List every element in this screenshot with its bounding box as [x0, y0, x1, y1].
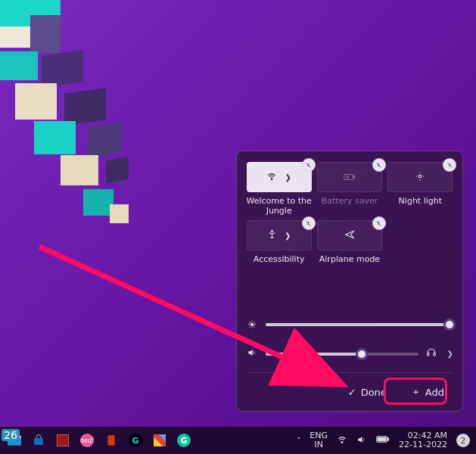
tray-date: 22-11-2022 [399, 440, 447, 449]
volume-slider[interactable] [266, 353, 418, 356]
unpin-icon[interactable] [372, 158, 386, 172]
taskbar-mail[interactable]: 26 [6, 432, 23, 449]
tray-language[interactable]: ENG IN [310, 431, 328, 449]
unpin-icon[interactable] [372, 216, 386, 230]
unpin-icon[interactable] [302, 216, 316, 230]
add-button[interactable]: ＋ Add [402, 381, 453, 403]
tile-wifi-label: Welcome to the Jungle [246, 196, 312, 216]
accessibility-icon [267, 229, 277, 241]
tray-overflow[interactable]: ˄ [297, 437, 300, 445]
volume-icon [246, 347, 258, 360]
volume-slider-row: ❯ [246, 347, 453, 360]
taskbar-office[interactable] [103, 432, 120, 449]
tray-volume-icon[interactable] [356, 434, 367, 447]
done-button[interactable]: ✓ Done [339, 381, 396, 403]
svg-rect-10 [427, 353, 428, 356]
brightness-icon: ☀ [246, 319, 258, 331]
check-icon: ✓ [348, 387, 356, 398]
taskbar-ghub[interactable]: G [127, 432, 144, 449]
svg-point-15 [341, 441, 343, 443]
tile-airplane-label: Airplane mode [319, 254, 380, 274]
night-light-icon [415, 171, 425, 184]
battery-saver-icon [344, 172, 356, 183]
tile-wifi[interactable]: ❯ [247, 162, 312, 192]
mail-badge: 26 [2, 429, 20, 441]
chevron-right-icon[interactable]: ❯ [285, 232, 291, 240]
brightness-slider-row: ☀ [246, 319, 453, 331]
taskbar-app-colorful[interactable] [151, 432, 168, 449]
tile-battery-saver[interactable] [317, 162, 382, 192]
taskbar: 26 osu! G G ˄ ENG IN 02:42 AM 22-11-2022… [0, 427, 476, 454]
notif-count: 2 [461, 437, 465, 445]
svg-rect-18 [378, 437, 386, 441]
brightness-slider[interactable] [266, 323, 453, 326]
tile-airplane-mode[interactable] [317, 220, 382, 250]
svg-point-7 [271, 231, 272, 232]
taskbar-store[interactable] [30, 432, 47, 449]
taskbar-app-red[interactable] [54, 432, 71, 449]
chevron-right-icon[interactable]: ❯ [447, 350, 453, 358]
tray-wifi-icon[interactable] [337, 434, 347, 447]
svg-rect-3 [353, 176, 354, 178]
lang-bottom: IN [310, 440, 328, 449]
svg-point-5 [419, 175, 422, 178]
svg-rect-14 [34, 438, 43, 445]
taskbar-osu[interactable]: osu! [79, 432, 95, 449]
chevron-right-icon[interactable]: ❯ [285, 173, 291, 182]
tray-battery-icon[interactable] [376, 435, 390, 446]
tile-night-light[interactable] [387, 162, 453, 192]
tile-accessibility[interactable]: ❯ [247, 220, 312, 250]
done-label: Done [361, 387, 387, 398]
tile-night-light-label: Night light [399, 196, 442, 216]
tile-accessibility-label: Accessibility [254, 254, 305, 274]
taskbar-grammarly[interactable]: G [176, 432, 192, 449]
svg-point-0 [272, 179, 272, 179]
svg-rect-17 [387, 438, 389, 440]
quick-settings-panel: ❯ Welcome to the Jungle Battery saver [236, 151, 463, 412]
add-label: Add [425, 387, 444, 398]
desktop-wallpaper-art [0, 0, 151, 235]
tray-clock[interactable]: 02:42 AM 22-11-2022 [399, 431, 447, 449]
tray-notifications[interactable]: 2 [456, 434, 470, 447]
tile-battery-label: Battery saver [322, 196, 378, 216]
unpin-icon[interactable] [302, 158, 316, 172]
quick-settings-tiles: ❯ Welcome to the Jungle Battery saver [246, 162, 453, 274]
audio-output-button[interactable] [426, 347, 437, 360]
airplane-icon [344, 229, 355, 242]
plus-icon: ＋ [411, 385, 421, 399]
unpin-icon[interactable] [443, 158, 456, 172]
svg-rect-11 [434, 353, 435, 356]
wifi-icon [266, 171, 277, 184]
